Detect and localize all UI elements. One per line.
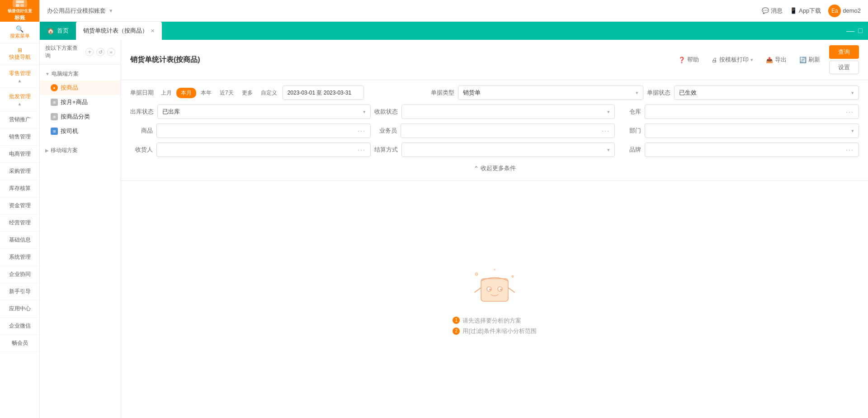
filter-item-by-month-goods[interactable]: ⊞ 按月+商品: [40, 95, 121, 109]
tab-home-label: 首页: [57, 27, 69, 35]
svg-line-8: [475, 288, 481, 292]
brand-label: 品牌: [618, 146, 641, 154]
date-tab-this-month[interactable]: 本月: [176, 88, 196, 98]
out-status-label: 出库状态: [130, 108, 154, 116]
sidebar-item-apps[interactable]: 应用中心: [0, 300, 39, 318]
tab-home[interactable]: 🏠 首页: [40, 22, 76, 40]
filter-item-by-goods[interactable]: ● 按商品: [40, 81, 121, 95]
filter-collapse-btn[interactable]: «: [107, 48, 115, 56]
refresh-btn[interactable]: 🔄 刷新: [796, 54, 824, 66]
settings-button[interactable]: 设置: [829, 61, 859, 74]
department-input[interactable]: ▾: [645, 124, 859, 138]
sidebar-item-system[interactable]: 系统管理: [0, 249, 39, 266]
app-download-label: App下载: [799, 7, 821, 15]
sidebar-search[interactable]: 🔍 搜索菜单: [0, 22, 39, 43]
app-download-btn[interactable]: 📱 App下载: [790, 7, 821, 15]
filter-row-4: 收货人 ··· 结算方式 ▾ 品牌: [130, 142, 859, 157]
sidebar-item-ecommerce[interactable]: 电商管理: [0, 146, 39, 163]
date-tab-last-month[interactable]: 上月: [157, 88, 175, 98]
salesperson-input[interactable]: ···: [401, 124, 615, 138]
payment-status-field: 收款状态 ▾: [374, 104, 615, 119]
warehouse-input[interactable]: ···: [645, 104, 859, 119]
filter-add-btn[interactable]: +: [85, 48, 94, 56]
home-icon: 🏠: [47, 28, 54, 34]
date-input[interactable]: 2023-03-01 至 2023-03-31: [283, 86, 364, 100]
filter-group-desktop-title[interactable]: ▼ 电脑端方案: [40, 67, 121, 81]
doc-status-field: 单据状态 已生效 ▾: [647, 86, 859, 100]
sidebar-item-operations[interactable]: 经营管理: [0, 214, 39, 232]
sidebar: 畅捷信好生意 标账 🔍 搜索菜单 ⊞ 快捷导航 零售管理 ▲ 批发管理 ▲ 营销…: [0, 0, 40, 418]
user-label: demo2: [843, 7, 861, 14]
filter-row-1: 单据日期 上月 本月 本年 近7天 更多 自定义 2023-: [130, 86, 859, 100]
help-btn[interactable]: ❓ 帮助: [675, 54, 703, 66]
minimize-btn[interactable]: —: [846, 26, 854, 36]
sidebar-item-sales[interactable]: 销售管理: [0, 128, 39, 146]
retail-arrow: ▲: [18, 78, 22, 83]
user-profile-btn[interactable]: Ea demo2: [828, 5, 861, 17]
receiver-input[interactable]: ···: [156, 142, 371, 157]
retail-label: 零售管理: [9, 70, 31, 77]
date-tab-7days[interactable]: 近7天: [216, 88, 237, 98]
sidebar-item-finance[interactable]: 资金管理: [0, 197, 39, 214]
salesperson-dots: ···: [602, 127, 610, 134]
filter-item-by-driver[interactable]: ⊞ 按司机: [40, 124, 121, 138]
brand-input[interactable]: ···: [645, 142, 859, 157]
sidebar-item-marketing[interactable]: 营销推广: [0, 111, 39, 128]
sidebar-item-basics[interactable]: 基础信息: [0, 232, 39, 249]
collapse-arrow-icon: ⌃: [474, 165, 479, 172]
quick-nav[interactable]: ⊞ 快捷导航: [0, 43, 39, 65]
date-tab-this-year[interactable]: 本年: [197, 88, 215, 98]
svg-rect-3: [481, 279, 508, 301]
sidebar-item-guide[interactable]: 新手引导: [0, 283, 39, 300]
message-btn[interactable]: 💬 消息: [762, 7, 783, 15]
doc-status-input[interactable]: 已生效 ▾: [674, 86, 859, 100]
query-button[interactable]: 查询: [829, 45, 859, 59]
goods-dots: ···: [358, 127, 366, 134]
sidebar-item-enterprise[interactable]: 企业协同: [0, 266, 39, 283]
doc-type-field: 单据类型 销货单 ▾: [431, 86, 643, 100]
filter-item-by-category[interactable]: ⊞ 按商品分类: [40, 109, 121, 124]
finance-label: 资金管理: [9, 202, 31, 209]
brand-dots: ···: [846, 146, 854, 153]
filter-group-mobile-title[interactable]: ▶ 移动端方案: [40, 144, 121, 157]
breadcrumb-dropdown[interactable]: ▾: [109, 7, 113, 14]
print-dropdown-icon: ▾: [750, 57, 753, 63]
sidebar-item-purchase[interactable]: 采购管理: [0, 163, 39, 180]
export-btn[interactable]: 📤 导出: [762, 54, 790, 66]
by-category-icon: ⊞: [51, 113, 58, 120]
filter-refresh-btn[interactable]: ↺: [96, 48, 104, 56]
filter-row-2: 出库状态 已出库 ▾ 收款状态 ▾ 仓库: [130, 104, 859, 119]
settlement-input[interactable]: ▾: [401, 142, 615, 157]
out-status-input[interactable]: 已出库 ▾: [157, 104, 371, 119]
svg-rect-2: [20, 4, 24, 7]
by-month-goods-label: 按月+商品: [61, 98, 88, 106]
collapse-conditions-btn[interactable]: ⌃ 收起更多条件: [130, 162, 859, 175]
filter-group-mobile: ▶ 移动端方案: [40, 141, 121, 160]
enterprise-label: 企业协同: [9, 271, 31, 278]
date-tab-custom[interactable]: 自定义: [257, 88, 281, 98]
date-tab-more[interactable]: 更多: [238, 88, 256, 98]
print-btn[interactable]: 🖨 按模板打印 ▾: [708, 54, 757, 66]
warehouse-dots: ···: [846, 108, 854, 115]
by-driver-icon: ⊞: [51, 128, 58, 135]
tab-close-btn[interactable]: ✕: [151, 28, 155, 34]
date-field: 单据日期 上月 本月 本年 近7天 更多 自定义 2023-: [130, 86, 427, 100]
sidebar-item-wholesale[interactable]: 批发管理 ▲: [0, 88, 39, 111]
basics-label: 基础信息: [9, 236, 31, 244]
search-label: 搜索菜单: [10, 33, 30, 38]
sidebar-item-retail[interactable]: 零售管理 ▲: [0, 65, 39, 88]
goods-field: 商品 ···: [130, 124, 371, 138]
app-logo[interactable]: 畅捷信好生意 标账: [0, 0, 39, 22]
desktop-group-label: 电脑端方案: [52, 70, 79, 78]
sidebar-item-members[interactable]: 畅会员: [0, 335, 39, 352]
maximize-btn[interactable]: □: [858, 27, 863, 35]
goods-input[interactable]: ···: [156, 124, 371, 138]
doc-type-input[interactable]: 销货单 ▾: [458, 86, 643, 100]
payment-status-input[interactable]: ▾: [401, 104, 615, 119]
by-month-goods-icon: ⊞: [51, 99, 58, 106]
sidebar-item-wechat[interactable]: 企业微信: [0, 318, 39, 335]
empty-tips: 1 请先选择要分析的方案 2 用[过滤]条件来缩小分析范围: [453, 315, 536, 337]
svg-point-11: [512, 276, 514, 277]
tab-sales-stats[interactable]: 销货单统计表（按商品） ✕: [76, 22, 162, 40]
sidebar-item-inventory[interactable]: 库存核算: [0, 180, 39, 197]
